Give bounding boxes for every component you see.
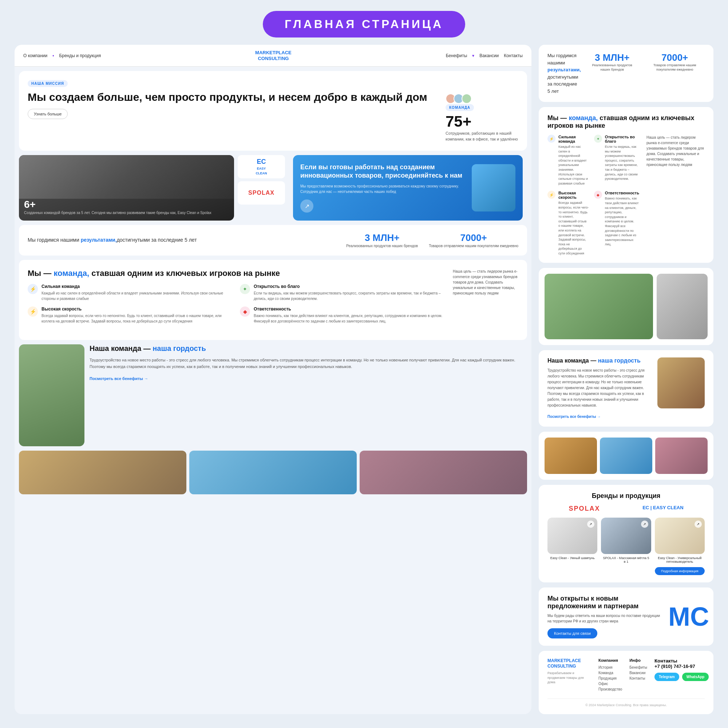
footer-contacts: Контакты +7 (910) 747-16-97 Telegram Wha… bbox=[655, 658, 709, 693]
team-section: Мы — команда, ставшая одним из ключевых … bbox=[19, 260, 527, 340]
right-team-side-photo bbox=[657, 274, 708, 339]
footer-link-contacts[interactable]: Контакты bbox=[629, 676, 647, 680]
partners-desc: Мы будем рады ответить на ваши вопросы п… bbox=[548, 613, 663, 624]
footer: MARKETPLACE CONSULTING Разрабатываем и п… bbox=[539, 651, 713, 714]
rf-resp-icon: ◆ bbox=[594, 191, 602, 199]
openness-icon: ✦ bbox=[240, 284, 250, 294]
partners-contacts-button[interactable]: Контакты для связи bbox=[548, 628, 597, 638]
right-pride-photo bbox=[658, 358, 705, 408]
pride-benefits-link[interactable]: Посмотреть все бенефиты → bbox=[90, 376, 148, 381]
footer-link-products[interactable]: Продукция bbox=[598, 676, 622, 680]
team-features-grid: ⚡ Сильная команда Каждый из нас силен в … bbox=[28, 284, 447, 324]
feature-strong-team: ⚡ Сильная команда Каждый из нас силен в … bbox=[28, 284, 235, 301]
nav-about[interactable]: О компании bbox=[23, 53, 47, 58]
brands-stat: 6+ bbox=[24, 199, 229, 210]
team-description: Сотрудников, работающих в нашей компании… bbox=[445, 131, 518, 142]
right-features-grid: ⚡ Сильная команда Каждый из нас силен в … bbox=[548, 135, 639, 255]
footer-link-office[interactable]: Офис bbox=[598, 682, 622, 686]
hero-team-stats: КОМАНДА 75+ Сотрудников, работающих в на… bbox=[445, 91, 518, 142]
stats-bar: Мы гордимся нашими результатами,достигну… bbox=[19, 225, 527, 255]
nav-vacancies[interactable]: Вакансии bbox=[479, 53, 499, 58]
right-pride-card: Наша команда — наша гордость Трудоустрой… bbox=[539, 350, 713, 427]
team-section-desc: Наша цель — стать лидером рынка е-сommer… bbox=[453, 269, 518, 296]
right-team-desc: Наша цель — стать лидером рынка е-сommer… bbox=[647, 135, 705, 167]
footer-tagline: Разрабатываем и продвигаем товары для до… bbox=[548, 671, 591, 685]
team-photo-3 bbox=[359, 451, 527, 494]
page-header: ГЛАВНАЯ СТРАНИЦА bbox=[0, 0, 728, 45]
right-pride-link[interactable]: Посмотреть все бенефиты → bbox=[548, 414, 601, 419]
footer-divider bbox=[548, 699, 705, 699]
hero-mission-tag: НАША МИССИЯ bbox=[28, 80, 68, 87]
hero-title: Мы создаем больше, чем просто продукты, … bbox=[28, 91, 440, 104]
right-team-title: Мы — команда, ставшая одним из ключевых … bbox=[548, 114, 705, 130]
telegram-button[interactable]: Telegram bbox=[655, 673, 679, 681]
brand-logos: EC EASY CLEAN SPOLAX bbox=[238, 155, 285, 220]
partners-card: Мы открыты к новым предложениям и партне… bbox=[539, 587, 713, 646]
responsibility-icon: ◆ bbox=[240, 306, 250, 317]
footer-social-buttons: Telegram WhatsApp bbox=[655, 673, 709, 681]
right-team-main-photo bbox=[544, 274, 653, 339]
team-section-title: Мы — команда, ставшая одним из ключевых … bbox=[28, 269, 447, 278]
join-image bbox=[472, 164, 515, 211]
footer-link-vacancies[interactable]: Вакансии bbox=[629, 671, 647, 675]
hero-section: НАША МИССИЯ Мы создаем больше, чем прост… bbox=[19, 71, 527, 151]
join-desc: Мы предоставляем возможность профессиона… bbox=[300, 184, 466, 194]
footer-logo: MARKETPLACE CONSULTING Разрабатываем и п… bbox=[548, 658, 591, 693]
product-card-3: ↗ Easy Clean - Универсальный пятновыводи… bbox=[655, 518, 705, 575]
footer-top: MARKETPLACE CONSULTING Разрабатываем и п… bbox=[548, 658, 705, 693]
right-stat-items: 3 МЛН+ Реализованных продуктов наших бре… bbox=[588, 52, 705, 72]
pride-content: Наша команда — наша гордость Трудоустрой… bbox=[90, 344, 527, 446]
brands-desc: Созданных командой брендов за 5 лет. Сег… bbox=[24, 210, 229, 216]
feature-responsibility: ◆ Ответственность Важно понимать, как тв… bbox=[240, 306, 447, 324]
products-grid: ↗ Easy Clean - Умный шампунь ↗ SPOLAX - … bbox=[548, 518, 705, 575]
partners-text: Мы открыты к новым предложениям и партне… bbox=[548, 595, 663, 638]
feature-speed: ⚡ Высокая скорость Всегда задавай вопрос… bbox=[28, 306, 235, 324]
site-nav: О компании • Бренды и продукция MARKETPL… bbox=[15, 45, 531, 67]
nav-brands[interactable]: Бренды и продукция bbox=[59, 53, 101, 58]
brands-logos-row: SPOLAX EC | EASY CLEAN bbox=[548, 505, 705, 512]
hero-learn-more-button[interactable]: Узнать больше bbox=[28, 109, 68, 119]
rf-open-icon: ✦ bbox=[594, 135, 602, 143]
footer-phone: +7 (910) 747-16-97 bbox=[655, 664, 709, 669]
stat-millions: 3 МЛН+ Реализованных продуктов наших бре… bbox=[346, 232, 418, 248]
main-layout: О компании • Бренды и продукция MARKETPL… bbox=[0, 45, 728, 728]
right-photo-item-3 bbox=[655, 437, 708, 474]
right-stats-card: Мы гордимся нашими результатами, достигн… bbox=[539, 45, 713, 102]
nav-contacts[interactable]: Контакты bbox=[504, 53, 523, 58]
spolax-logo-card: SPOLAX bbox=[238, 181, 285, 205]
footer-link-benefits[interactable]: Бенефиты bbox=[629, 665, 647, 669]
partners-mc-logo: MC bbox=[668, 604, 705, 630]
team-photo-main bbox=[19, 344, 84, 446]
team-photo-pride-row: Наша команда — наша гордость Трудоустрой… bbox=[19, 344, 527, 446]
nav-benefits[interactable]: Бенефиты bbox=[446, 53, 467, 58]
rf-openness: ✦ Открытость во благо Если ты видишь, ка… bbox=[594, 135, 639, 186]
whatsapp-button[interactable]: WhatsApp bbox=[682, 673, 709, 681]
right-photo-item-1 bbox=[544, 437, 597, 474]
right-photos-grid bbox=[539, 432, 713, 480]
footer-link-history[interactable]: История bbox=[598, 665, 622, 669]
right-stats-text: Мы гордимся нашими результатами, достигн… bbox=[548, 52, 581, 95]
footer-link-production[interactable]: Производство bbox=[598, 687, 622, 691]
footer-company-links: Компания История Команда Продукция Офис … bbox=[598, 658, 622, 693]
join-card: Если вы готовы работать над созданием ин… bbox=[293, 155, 523, 220]
footer-bottom: © 2024 Marketplace Consulting. Все права… bbox=[548, 703, 705, 707]
product-info-button[interactable]: Подробная информация bbox=[655, 567, 705, 575]
spolax-brand-logo: SPOLAX bbox=[569, 505, 600, 512]
avatar bbox=[462, 93, 472, 104]
join-arrow-icon[interactable]: ↗ bbox=[300, 199, 314, 213]
left-column: О компании • Бренды и продукция MARKETPL… bbox=[15, 45, 531, 714]
nav-right-links: Бенефиты ▾ Вакансии Контакты bbox=[446, 53, 523, 58]
factory-card: 6+ Созданных командой брендов за 5 лет. … bbox=[19, 155, 234, 220]
pride-title: Наша команда — наша гордость bbox=[90, 344, 527, 353]
footer-info-links: Инфо Бенефиты Вакансии Контакты bbox=[629, 658, 647, 693]
brands-section-title: Бренды и продукция bbox=[548, 492, 705, 500]
rf-strong-team: ⚡ Сильная команда Каждый из нас силен в … bbox=[548, 135, 589, 186]
footer-link-team[interactable]: Команда bbox=[598, 671, 622, 675]
nav-logo[interactable]: MARKETPLACE CONSULTING bbox=[101, 50, 446, 61]
product-card-2: ↗ SPOLAX - Массажная мётла 5 в 1 bbox=[601, 518, 651, 575]
right-stat-daily: 7000+ Товаров отправляем нашим покупател… bbox=[645, 52, 705, 72]
strong-team-icon: ⚡ bbox=[28, 284, 38, 294]
ec-logo-card: EC EASY CLEAN bbox=[238, 155, 285, 178]
team-photo-1 bbox=[19, 451, 187, 494]
right-column: Мы гордимся нашими результатами, достигн… bbox=[539, 45, 713, 714]
